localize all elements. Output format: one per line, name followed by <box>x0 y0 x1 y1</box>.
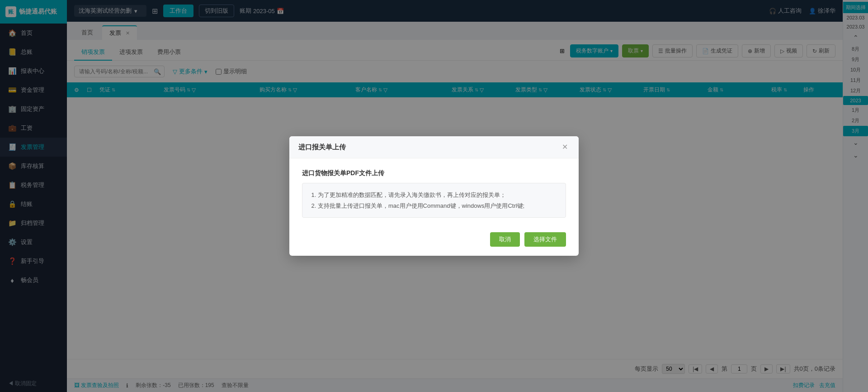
modal-select-file-btn[interactable]: 选择文件 <box>524 232 566 247</box>
modal-footer: 取消 选择文件 <box>289 225 579 256</box>
modal-header: 进口报关单上传 ✕ <box>289 136 579 158</box>
modal-info-box: 为了更加精准的数据匹配，请先录入海关缴款书，再上传对应的报关单； 支持批量上传进… <box>302 183 566 218</box>
modal-title: 进口报关单上传 <box>298 143 346 152</box>
modal-overlay[interactable]: 进口报关单上传 ✕ 进口货物报关单PDF文件上传 为了更加精准的数据匹配，请先录… <box>0 0 868 392</box>
modal-close-btn[interactable]: ✕ <box>560 143 570 152</box>
modal-info-item-2: 支持批量上传进口报关单，mac用户使用Command键，windows用户使用C… <box>318 201 558 211</box>
modal-body: 进口货物报关单PDF文件上传 为了更加精准的数据匹配，请先录入海关缴款书，再上传… <box>289 158 579 225</box>
modal-cancel-btn[interactable]: 取消 <box>490 232 520 247</box>
modal-info-item-1: 为了更加精准的数据匹配，请先录入海关缴款书，再上传对应的报关单； <box>318 190 558 200</box>
modal-section-title: 进口货物报关单PDF文件上传 <box>302 169 566 177</box>
import-customs-modal: 进口报关单上传 ✕ 进口货物报关单PDF文件上传 为了更加精准的数据匹配，请先录… <box>289 136 579 256</box>
